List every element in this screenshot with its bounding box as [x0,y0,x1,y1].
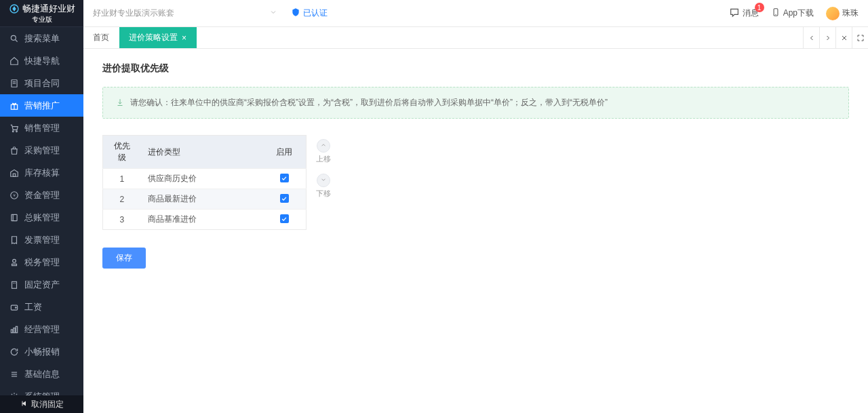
sidebar-item-ledger[interactable]: 总账管理 [0,206,83,229]
svg-point-8 [12,130,14,132]
chevron-down-icon [320,176,327,184]
sidebar-item-search-menu[interactable]: 搜索菜单 [0,27,83,50]
fullscreen-button[interactable] [852,27,868,49]
warehouse-icon [9,168,19,178]
move-controls: 上移 下移 [316,135,331,199]
tab-price-strategy[interactable]: 进价策略设置 × [119,27,197,48]
shield-icon [291,7,300,19]
sidebar-item-expense[interactable]: 小畅报销 [0,340,83,363]
receipt-icon [9,235,19,245]
sidebar-item-label: 税务管理 [24,256,60,269]
app-download-button[interactable]: App下载 [771,7,814,19]
svg-text:¥: ¥ [13,193,16,197]
sidebar-unpin-button[interactable]: 取消固定 [0,395,83,413]
sidebar-item-fixed-assets[interactable]: 固定资产 [0,273,83,296]
svg-line-2 [16,39,18,41]
sidebar-item-sales[interactable]: 销售管理 [0,117,83,139]
sidebar-item-basic-info[interactable]: 基础信息 [0,363,83,385]
enable-checkbox[interactable] [280,214,289,223]
table-row[interactable]: 1 供应商历史价 [103,169,307,189]
certified-badge[interactable]: 已认证 [291,7,328,19]
move-up-label: 上移 [316,154,331,164]
messages-badge: 1 [755,3,764,12]
notice-box: 请您确认：往来单位中的供应商“采购报价含税”设置，为“含税”，取到进价后将自动带… [102,87,849,119]
svg-rect-21 [11,330,12,333]
chat-icon [729,7,740,20]
cart-icon [9,123,19,133]
sidebar-item-tax[interactable]: 税务管理 [0,251,83,273]
sidebar-item-label: 基础信息 [24,368,60,380]
sidebar-item-label: 小畅报销 [24,346,60,358]
sidebar-item-quick-nav[interactable]: 快捷导航 [0,50,83,72]
move-down-button[interactable]: 下移 [316,174,331,199]
move-up-button[interactable]: 上移 [316,139,331,164]
document-icon [9,79,19,88]
cell-type: 商品最新进价 [141,189,263,210]
sidebar-item-label: 搜索菜单 [24,33,60,45]
sidebar-item-system[interactable]: 系统管理 [0,385,83,395]
top-header: 好业财专业版演示账套 已认证 消息 1 App下载 [83,0,868,27]
sidebar-item-funds[interactable]: ¥ 资金管理 [0,184,83,206]
account-name: 好业财专业版演示账套 [93,7,174,19]
sidebar-item-inventory[interactable]: 库存核算 [0,161,83,184]
sidebar-item-label: 系统管理 [24,391,60,396]
refresh-icon [9,347,19,357]
main: 好业财专业版演示账套 已认证 消息 1 App下载 [83,0,868,413]
money-icon: ¥ [9,191,19,200]
svg-point-20 [15,307,16,308]
tab-home[interactable]: 首页 [83,27,119,48]
sidebar-item-label: 销售管理 [24,122,60,134]
cell-priority: 2 [103,189,141,210]
content: 进价提取优先级 请您确认：往来单位中的供应商“采购报价含税”设置，为“含税”，取… [83,49,868,413]
tab-next-button[interactable] [819,27,835,49]
sidebar-item-marketing[interactable]: 营销推广 [0,94,83,117]
cell-type: 供应商历史价 [141,169,263,189]
notice-text: 请您确认：往来单位中的供应商“采购报价含税”设置，为“含税”，取到进价后将自动带… [130,97,608,109]
sidebar-item-salary[interactable]: 工资 [0,296,83,318]
tab-prev-button[interactable] [803,27,819,49]
home-icon [9,56,19,66]
table-row[interactable]: 2 商品最新进价 [103,189,307,210]
messages-button[interactable]: 消息 1 [729,7,759,20]
svg-rect-22 [14,328,15,332]
move-down-label: 下移 [316,189,331,199]
phone-icon [771,7,781,19]
account-dropdown[interactable]: 好业财专业版演示账套 [93,7,277,19]
sidebar-footer-label: 取消固定 [31,399,64,410]
unpin-icon [20,399,28,410]
sidebar-item-purchase[interactable]: 采购管理 [0,139,83,161]
sidebar-item-label: 经营管理 [24,323,60,336]
table-row[interactable]: 3 商品基准进价 [103,210,307,230]
priority-table: 优先级 进价类型 启用 1 供应商历史价 2 商品最新 [102,135,307,230]
cell-priority: 3 [103,210,141,230]
svg-rect-23 [16,326,17,332]
stamp-icon [9,258,19,267]
app-download-label: App下载 [783,7,814,19]
sidebar-item-label: 库存核算 [24,167,60,179]
sidebar-item-operations[interactable]: 经营管理 [0,318,83,340]
tab-label: 进价策略设置 [129,32,178,43]
user-menu[interactable]: 珠珠 [826,7,859,20]
sidebar-item-label: 总账管理 [24,212,60,224]
brand-name: 畅捷通好业财 [22,3,75,15]
svg-point-1 [11,35,16,40]
chevron-down-icon [269,8,277,18]
sidebar-item-label: 工资 [24,301,42,313]
list-icon [9,370,19,379]
gift-icon [9,101,19,111]
svg-rect-10 [13,174,16,176]
brand-logo-icon [9,3,20,14]
sidebar-item-label: 采购管理 [24,144,60,157]
save-button[interactable]: 保存 [102,248,146,269]
tab-close-all-button[interactable] [835,27,852,49]
enable-checkbox[interactable] [280,174,289,182]
sidebar-item-project-contract[interactable]: 项目合同 [0,72,83,94]
close-icon[interactable]: × [182,33,186,43]
enable-checkbox[interactable] [280,194,289,203]
sidebar-item-label: 固定资产 [24,279,60,291]
cell-type: 商品基准进价 [141,210,263,230]
sidebar-item-label: 发票管理 [24,234,60,246]
sidebar-item-label: 资金管理 [24,189,60,201]
sidebar-item-invoice[interactable]: 发票管理 [0,229,83,251]
pin-icon [115,98,125,108]
